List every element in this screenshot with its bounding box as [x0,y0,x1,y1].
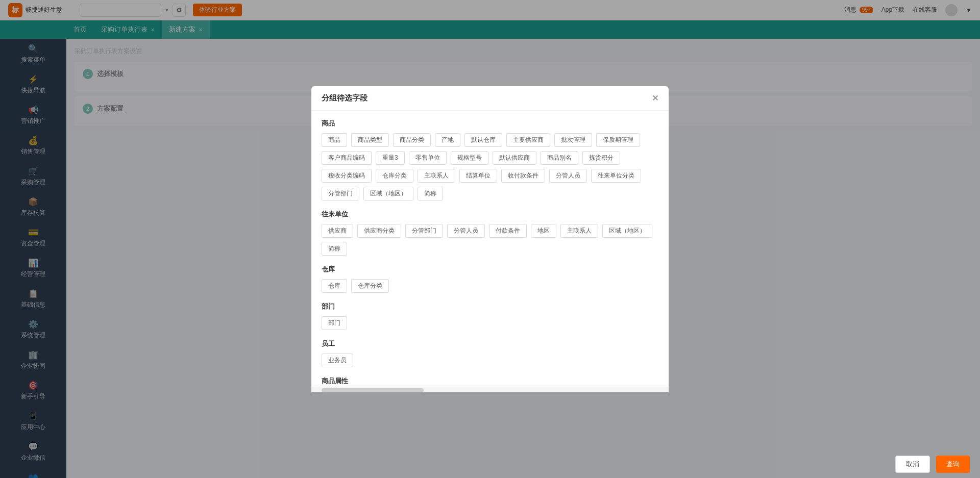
field-tag-pick-points[interactable]: 拣货积分 [582,151,620,165]
field-tag-settlement-unit[interactable]: 结算单位 [459,169,497,183]
warehouse-fields: 仓库 仓库分类 [322,279,658,293]
section-employee: 员工 业务员 [322,339,658,367]
section-goods-attr: 商品属性 属性 颜色 多规格 尺码 鞋码 1 [322,376,658,387]
field-tag-region-goods[interactable]: 区域（地区） [363,187,413,200]
field-tag-warehouse-category[interactable]: 仓库分类 [376,169,413,183]
field-tag-short-name-partner[interactable]: 简称 [322,242,347,256]
modal-horizontal-scrollbar[interactable] [311,387,669,392]
section-warehouse: 仓库 仓库 仓库分类 [322,265,658,293]
modal-body[interactable]: 商品 商品 商品类型 商品分类 产地 默认仓库 主要供应商 批次管理 保质期管理… [311,111,669,387]
field-tag-warehouse-cat[interactable]: 仓库分类 [351,279,389,293]
modal-dialog: 分组待选字段 ✕ 商品 商品 商品类型 商品分类 产地 默认仓库 主要供应商 批… [311,86,669,392]
field-tag-weight3[interactable]: 重量3 [376,151,405,165]
section-goods-title: 商品 [322,119,658,128]
field-tag-short-name-goods[interactable]: 简称 [418,187,443,200]
field-tag-goods-type[interactable]: 商品类型 [351,133,389,147]
goods-fields: 商品 商品类型 商品分类 产地 默认仓库 主要供应商 批次管理 保质期管理 客户… [322,133,658,200]
field-tag-goods-alias[interactable]: 商品别名 [541,151,578,165]
field-tag-default-supplier[interactable]: 默认供应商 [493,151,536,165]
field-tag-partner-category[interactable]: 往来单位分类 [591,169,641,183]
bottom-action-bar: 取消 查询 [885,450,980,478]
field-tag-tax-code[interactable]: 税收分类编码 [322,169,372,183]
confirm-button[interactable]: 查询 [936,456,970,473]
field-tag-retail-unit[interactable]: 零售单位 [409,151,447,165]
section-employee-title: 员工 [322,339,658,348]
field-tag-default-warehouse[interactable]: 默认仓库 [464,133,502,147]
section-goods: 商品 商品 商品类型 商品分类 产地 默认仓库 主要供应商 批次管理 保质期管理… [322,119,658,200]
field-tag-salesperson[interactable]: 业务员 [322,354,353,367]
section-partner-title: 往来单位 [322,210,658,219]
field-tag-dept-manage[interactable]: 分管部门 [322,187,359,200]
field-tag-shelf-life[interactable]: 保质期管理 [596,133,640,147]
cancel-button[interactable]: 取消 [895,456,930,473]
section-department: 部门 部门 [322,302,658,330]
field-tag-partner-dept[interactable]: 分管部门 [405,224,443,238]
employee-fields: 业务员 [322,354,658,367]
section-warehouse-title: 仓库 [322,265,658,274]
field-tag-goods[interactable]: 商品 [322,133,347,147]
modal-overlay: 分组待选字段 ✕ 商品 商品 商品类型 商品分类 产地 默认仓库 主要供应商 批… [0,0,980,478]
field-tag-warehouse[interactable]: 仓库 [322,279,347,293]
field-tag-department[interactable]: 部门 [322,316,347,330]
field-tag-goods-category[interactable]: 商品分类 [393,133,431,147]
department-fields: 部门 [322,316,658,330]
field-tag-partner-contact[interactable]: 主联系人 [560,224,598,238]
field-tag-main-contact[interactable]: 主联系人 [418,169,455,183]
field-tag-spec-model[interactable]: 规格型号 [451,151,488,165]
field-tag-region-partner[interactable]: 区域（地区） [602,224,652,238]
field-tag-main-supplier[interactable]: 主要供应商 [506,133,550,147]
field-tag-customer-code[interactable]: 客户商品编码 [322,151,372,165]
section-goods-attr-title: 商品属性 [322,376,658,386]
field-tag-partner-mgr[interactable]: 分管人员 [447,224,485,238]
partner-fields: 供应商 供应商分类 分管部门 分管人员 付款条件 地区 主联系人 区域（地区） … [322,224,658,256]
field-tag-supplier-category[interactable]: 供应商分类 [357,224,401,238]
modal-close-button[interactable]: ✕ [652,93,658,103]
field-tag-payment-terms[interactable]: 收付款条件 [501,169,545,183]
section-partner: 往来单位 供应商 供应商分类 分管部门 分管人员 付款条件 地区 主联系人 区域… [322,210,658,256]
modal-hscroll-bar [322,388,424,392]
modal-title: 分组待选字段 [322,93,368,103]
field-tag-payment-condition[interactable]: 付款条件 [489,224,527,238]
field-tag-dept-manager[interactable]: 分管人员 [549,169,587,183]
section-department-title: 部门 [322,302,658,311]
field-tag-supplier[interactable]: 供应商 [322,224,353,238]
field-tag-batch-mgmt[interactable]: 批次管理 [554,133,592,147]
field-tag-origin[interactable]: 产地 [435,133,460,147]
modal-header: 分组待选字段 ✕ [311,86,669,111]
field-tag-area[interactable]: 地区 [531,224,556,238]
